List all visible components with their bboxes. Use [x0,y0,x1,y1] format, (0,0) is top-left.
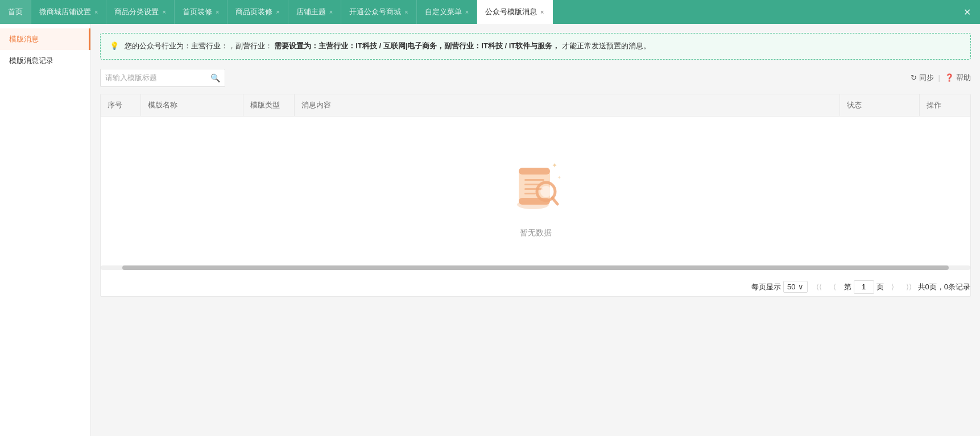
last-page-button[interactable]: ⟩⟩ [902,280,916,294]
svg-text:✦: ✦ [557,175,561,180]
svg-point-9 [540,186,552,197]
page-prefix-label: 第 [844,282,851,292]
page-size-dropdown[interactable]: 50 ∨ [783,281,807,293]
nav-tab-templatemsg-close[interactable]: × [540,9,544,15]
nav-tab-theme[interactable]: 店铺主题 × [288,0,341,24]
search-bar: 🔍 ↻ 同步 | ❓ 帮助 [100,69,971,87]
nav-tab-homepage-close[interactable]: × [216,9,219,15]
nav-tab-weshop[interactable]: 微商城店铺设置 × [31,0,106,24]
nav-tab-custommenu-label: 自定义菜单 [425,7,462,17]
table-header: 序号 模版名称 模版类型 消息内容 状态 [101,94,970,117]
nav-tab-custommenu-close[interactable]: × [465,9,469,15]
col-action: 操作 [919,94,970,117]
page-size-value: 50 [787,283,795,291]
search-input[interactable] [105,73,210,82]
notice-highlight: 需要设置为：主营行业：IT科技 / 互联网|电子商务，副营行业：IT科技 / I… [274,41,560,50]
sync-label: 同步 [919,73,934,83]
nav-tab-theme-close[interactable]: × [329,9,333,15]
notice-banner: 💡 您的公众号行业为：主营行业：，副营行业： 需要设置为：主营行业：IT科技 /… [100,33,971,60]
table-header-row: 序号 模版名称 模版类型 消息内容 状态 [101,94,970,117]
nav-tab-homepage-label: 首页装修 [183,7,212,17]
content-area: 💡 您的公众号行业为：主营行业：，副营行业： 需要设置为：主营行业：IT科技 /… [91,24,980,436]
prev-page-button[interactable]: ⟨ [828,280,842,294]
first-page-button[interactable]: ⟨⟨ [812,280,826,294]
notice-prefix: 您的公众号行业为：主营行业：，副营行业： [125,41,272,50]
col-name: 模版名称 [140,94,243,117]
next-page-button[interactable]: ⟩ [886,280,900,294]
search-input-wrap[interactable]: 🔍 [100,69,225,87]
nav-tab-category[interactable]: 商品分类设置 × [106,0,174,24]
main-layout: 模版消息 模版消息记录 💡 您的公众号行业为：主营行业：，副营行业： 需要设置为… [0,24,980,436]
help-label: 帮助 [956,73,971,83]
col-content: 消息内容 [294,94,840,117]
nav-tab-home[interactable]: 首页 [0,0,31,24]
nav-tab-openstore[interactable]: 开通公众号商城 × [341,0,416,24]
col-type: 模版类型 [243,94,294,117]
pagination-summary: 共0页，0条记录 [918,282,970,292]
scrollbar-thumb[interactable] [122,265,949,270]
col-index: 序号 [101,94,140,117]
nav-tab-home-label: 首页 [8,7,23,17]
sync-icon: ↻ [911,73,917,82]
svg-rect-4 [524,179,544,181]
empty-text: 暂无数据 [520,228,552,238]
nav-tab-category-close[interactable]: × [162,9,166,15]
nav-tab-weshop-label: 微商城店铺设置 [39,7,91,17]
sidebar-item-template-msg[interactable]: 模版消息 [0,28,90,50]
svg-line-10 [552,198,557,204]
horizontal-scrollbar[interactable] [101,265,970,270]
nav-tab-openstore-close[interactable]: × [404,9,408,15]
sidebar-item-template-msg-label: 模版消息 [9,35,39,43]
help-button[interactable]: ❓ 帮助 [945,73,971,83]
help-icon: ❓ [945,73,954,82]
page-suffix-label: 页 [876,282,884,292]
col-status: 状态 [840,94,919,117]
chevron-down-icon: ∨ [798,283,804,291]
nav-tab-templatemsg-label: 公众号模版消息 [485,7,537,17]
nav-tab-templatemsg[interactable]: 公众号模版消息 × [477,0,552,24]
page-nav: ⟨⟨ ⟨ 第 页 ⟩ ⟩⟩ 共0页，0条记录 [812,280,970,294]
svg-text:✦: ✦ [552,161,557,169]
empty-illustration: ✦ ✦ [502,151,570,219]
empty-state-row: ✦ ✦ 暂无数据 [101,116,970,261]
bulb-icon: 💡 [110,41,119,50]
nav-tab-productpage-close[interactable]: × [276,9,279,15]
sidebar-item-template-record[interactable]: 模版消息记录 [0,50,90,72]
top-nav: 首页 微商城店铺设置 × 商品分类设置 × 首页装修 × 商品页装修 × 店铺主… [0,0,980,24]
svg-rect-7 [524,193,536,194]
nav-tab-weshop-close[interactable]: × [94,9,98,15]
nav-tab-openstore-label: 开通公众号商城 [349,7,401,17]
page-size-select: 每页显示 50 ∨ [751,281,807,293]
nav-tab-category-label: 商品分类设置 [114,7,159,17]
sidebar-item-template-record-label: 模版消息记录 [9,56,53,65]
nav-tab-homepage[interactable]: 首页装修 × [175,0,228,24]
nav-tab-custommenu[interactable]: 自定义菜单 × [417,0,477,24]
page-number-input[interactable] [854,280,874,294]
nav-tab-productpage[interactable]: 商品页装修 × [228,0,288,24]
table-body: ✦ ✦ 暂无数据 [101,116,970,261]
pagination: 每页显示 50 ∨ ⟨⟨ ⟨ 第 页 ⟩ ⟩⟩ 共0页，0条记录 [101,275,970,296]
nav-tab-productpage-label: 商品页装修 [235,7,272,17]
nav-tab-theme-label: 店铺主题 [296,7,326,17]
sidebar: 模版消息 模版消息记录 [0,24,91,436]
notice-suffix: 才能正常发送预置的消息。 [562,41,651,50]
data-table-container: 序号 模版名称 模版类型 消息内容 状态 [100,94,971,297]
data-table: 序号 模版名称 模版类型 消息内容 状态 [101,94,970,261]
sync-button[interactable]: ↻ 同步 [911,73,934,83]
search-icon[interactable]: 🔍 [210,73,220,82]
svg-rect-2 [519,168,550,175]
action-divider: | [938,73,940,82]
search-actions: ↻ 同步 | ❓ 帮助 [911,73,971,83]
svg-rect-6 [524,188,543,190]
page-size-label: 每页显示 [751,282,781,292]
global-close-button[interactable]: ✕ [954,7,980,18]
empty-state: ✦ ✦ 暂无数据 [101,117,970,261]
